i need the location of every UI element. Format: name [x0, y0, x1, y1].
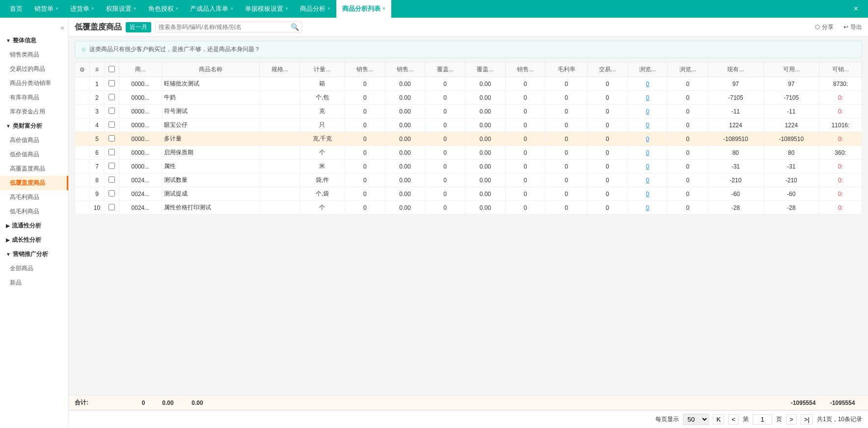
nav-product-analysis[interactable]: 商品分析 × — [294, 0, 336, 18]
row-browse1-6[interactable]: 0 — [627, 160, 668, 173]
row-check-8[interactable] — [105, 187, 119, 201]
row-checkbox-2[interactable] — [108, 108, 115, 114]
col-current: 现有... — [708, 62, 763, 77]
sidebar-group-overall-title[interactable]: ▼ 整体信息 — [0, 33, 68, 48]
sidebar-group-circulation-title[interactable]: ▶ 流通性分析 — [0, 219, 68, 233]
row-check-4[interactable] — [105, 132, 119, 146]
row-gross-3: 0 — [545, 118, 587, 132]
row-trans-7: 0 — [587, 173, 627, 187]
sidebar-item-high-margin[interactable]: 高毛利商品 — [0, 190, 68, 204]
row-cov1-6: 0 — [425, 160, 465, 173]
col-gross-rate: 毛利率 — [545, 62, 587, 77]
row-checkbox-8[interactable] — [108, 190, 115, 197]
row-checkbox-3[interactable] — [108, 121, 115, 128]
last-page-button[interactable]: >| — [801, 414, 813, 425]
sidebar: « ▼ 整体信息 销售类商品 交易过的商品 商品分类动销率 有库存商品 库存资金… — [0, 18, 69, 428]
sidebar-item-inventory-capital[interactable]: 库存资金占用 — [0, 105, 68, 119]
search-input[interactable] — [159, 24, 289, 30]
row-browse1-0[interactable]: 0 — [627, 77, 668, 91]
row-browse1-2[interactable]: 0 — [627, 105, 668, 118]
sidebar-group-marketing-title[interactable]: ▼ 营销推广分析 — [0, 247, 68, 261]
col-code: 商... — [119, 62, 162, 77]
sidebar-group-wealth-title[interactable]: ▼ 类财富分析 — [0, 119, 68, 133]
sidebar-item-new-goods[interactable]: 新品 — [0, 276, 68, 290]
sidebar-item-category-rate[interactable]: 商品分类动销率 — [0, 76, 68, 90]
row-cov1-5: 0 — [425, 146, 465, 160]
row-check-3[interactable] — [105, 118, 119, 132]
row-browse1-7[interactable]: 0 — [627, 173, 668, 187]
row-checkbox-5[interactable] — [108, 149, 115, 155]
col-settings[interactable]: ⚙ — [75, 62, 90, 77]
nav-sales-close[interactable]: × — [55, 0, 58, 18]
nav-purchase[interactable]: 进货单 × — [64, 0, 100, 18]
row-settings-1 — [75, 91, 90, 105]
row-check-9[interactable] — [105, 201, 119, 215]
row-cov2-7: 0.00 — [465, 173, 506, 187]
row-browse2-0: 0 — [668, 77, 708, 91]
select-all-checkbox[interactable] — [108, 66, 115, 72]
row-checkbox-0[interactable] — [108, 80, 115, 86]
nav-permission-close[interactable]: × — [134, 0, 136, 18]
nav-purchase-close[interactable]: × — [91, 0, 94, 18]
row-current-6: -31 — [708, 160, 763, 173]
row-checkbox-4[interactable] — [108, 135, 115, 142]
sidebar-collapse-button[interactable]: « — [60, 24, 64, 31]
sidebar-item-sales-goods[interactable]: 销售类商品 — [0, 48, 68, 62]
row-current-9: -28 — [708, 201, 763, 215]
row-available-9: -28 — [763, 201, 819, 215]
nav-analysis-list-close[interactable]: × — [382, 0, 385, 18]
sidebar-item-stocked-goods[interactable]: 有库存商品 — [0, 90, 68, 105]
row-browse1-4[interactable]: 0 — [627, 132, 668, 146]
nav-permission[interactable]: 权限设置 × — [100, 0, 142, 18]
row-browse1-9[interactable]: 0 — [627, 201, 668, 215]
window-close-button[interactable]: × — [848, 4, 864, 13]
nav-role[interactable]: 角色授权 × — [142, 0, 185, 18]
nav-home[interactable]: 首页 — [4, 0, 28, 18]
row-browse1-3[interactable]: 0 — [627, 118, 668, 132]
sidebar-item-high-coverage[interactable]: 高覆盖度商品 — [0, 162, 68, 176]
nav-product-entry[interactable]: 产成品入库单 × — [184, 0, 239, 18]
row-checkbox-1[interactable] — [108, 94, 115, 100]
row-checkbox-9[interactable] — [108, 204, 115, 210]
row-check-2[interactable] — [105, 105, 119, 118]
sidebar-item-traded-goods[interactable]: 交易过的商品 — [0, 62, 68, 76]
row-cov1-9: 0 — [425, 201, 465, 215]
sidebar-item-high-value[interactable]: 高价值商品 — [0, 133, 68, 147]
share-button[interactable]: ⬡ 分享 — [815, 23, 834, 31]
nav-sales[interactable]: 销货单 × — [28, 0, 64, 18]
sidebar-item-all-goods[interactable]: 全部商品 — [0, 261, 68, 276]
row-check-7[interactable] — [105, 173, 119, 187]
row-browse1-1[interactable]: 0 — [627, 91, 668, 105]
col-check[interactable] — [105, 62, 119, 77]
row-checkbox-6[interactable] — [108, 163, 115, 169]
search-icon[interactable]: 🔍 — [291, 23, 299, 31]
first-page-button[interactable]: K — [713, 414, 724, 425]
page-size-select[interactable]: 50 100 200 — [683, 414, 709, 425]
row-browse1-5[interactable]: 0 — [627, 146, 668, 160]
row-checkbox-7[interactable] — [108, 176, 115, 183]
row-num-5: 6 — [90, 146, 105, 160]
sidebar-item-low-margin[interactable]: 低毛利商品 — [0, 204, 68, 219]
nav-product-analysis-list[interactable]: 商品分析列表 × — [336, 0, 391, 18]
time-filter-button[interactable]: 近一月 — [126, 22, 151, 32]
nav-template-close[interactable]: × — [285, 0, 288, 18]
page-number-input[interactable] — [753, 414, 772, 425]
prev-page-button[interactable]: < — [728, 414, 739, 425]
nav-product-close[interactable]: × — [230, 0, 233, 18]
row-check-5[interactable] — [105, 146, 119, 160]
nav-analysis-close[interactable]: × — [327, 0, 330, 18]
sidebar-item-low-coverage[interactable]: 低覆盖度商品 — [0, 176, 68, 190]
row-check-1[interactable] — [105, 91, 119, 105]
export-button[interactable]: ↩ 导出 — [843, 23, 862, 31]
row-browse1-8[interactable]: 0 — [627, 187, 668, 201]
sidebar-group-growth-title[interactable]: ▶ 成长性分析 — [0, 233, 68, 247]
row-sales-amt-1: 0.00 — [385, 91, 425, 105]
col-unit: 计量... — [300, 62, 345, 77]
data-table: ⚙ # 商... 商品名称 规格... 计量... 销售... 销售... 覆盖… — [75, 62, 862, 215]
row-check-0[interactable] — [105, 77, 119, 91]
row-check-6[interactable] — [105, 160, 119, 173]
sidebar-item-low-value[interactable]: 低价值商品 — [0, 147, 68, 162]
nav-role-close[interactable]: × — [176, 0, 179, 18]
nav-template[interactable]: 单据模板设置 × — [239, 0, 294, 18]
next-page-button[interactable]: > — [786, 414, 797, 425]
